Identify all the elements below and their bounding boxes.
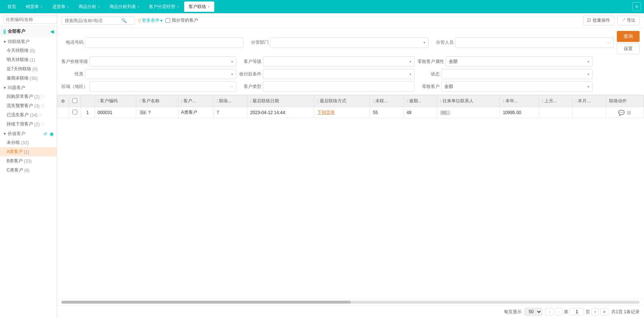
- sidebar-item-churned[interactable]: 已流失客户 (24) ⓘ: [0, 110, 57, 120]
- close-icon[interactable]: ×: [40, 5, 43, 9]
- payment-select[interactable]: ▾: [263, 69, 414, 79]
- nav-tab-customer-contact[interactable]: 客户联络 ×: [184, 1, 214, 12]
- customer-type-field: 客户类型: [239, 81, 414, 92]
- close-icon[interactable]: ×: [208, 5, 210, 9]
- phone-field: 电话号码: [61, 38, 244, 48]
- person-input[interactable]: ···: [455, 38, 614, 48]
- export-button[interactable]: ↗ 导出: [617, 15, 640, 25]
- my-customers-checkbox[interactable]: [165, 18, 170, 23]
- th-name[interactable]: : 客户名称: [136, 95, 178, 107]
- first-page-button[interactable]: «: [545, 308, 554, 315]
- nav-tab-purchase[interactable]: 进货单 ×: [48, 1, 74, 12]
- query-button[interactable]: 查询: [617, 31, 640, 42]
- sidebar-item-churn-warning[interactable]: 流失预警客户 (3) ⓘ: [0, 101, 57, 110]
- nav-tab-product-list[interactable]: 商品分析列表 ×: [105, 1, 144, 12]
- th-code[interactable]: : 客户编码: [94, 95, 136, 107]
- page-number-input[interactable]: [569, 308, 584, 315]
- dept-select[interactable]: ▾: [270, 38, 429, 48]
- td-overdue: 48: [403, 107, 437, 118]
- row-checkbox[interactable]: [72, 110, 77, 114]
- td-no-contact: 55: [370, 107, 403, 118]
- sidebar-item-tomorrow-contact[interactable]: 明天待联络 (1): [0, 55, 57, 64]
- sparse-attr-select[interactable]: 全部 ▾: [446, 56, 593, 67]
- last-method-link[interactable]: 下销货单: [317, 110, 335, 115]
- sidebar-item-class-a[interactable]: A类客户 (1): [0, 147, 57, 156]
- close-all-button[interactable]: ×: [632, 2, 641, 11]
- customer-type-input[interactable]: [263, 81, 414, 92]
- chevron-down-icon: ▾: [409, 72, 411, 76]
- th-overdue[interactable]: : 逾期...: [403, 95, 437, 107]
- settings-icon[interactable]: ▣: [50, 131, 54, 137]
- nav-tab-sales[interactable]: 销货单 ×: [21, 1, 47, 12]
- td-index: 1: [81, 107, 95, 118]
- advanced-filter: 电话号码 分管部门 ▾ 分管人员 ··· 查询 设置: [57, 28, 644, 95]
- th-type[interactable]: : 客户...: [178, 95, 214, 107]
- td-checkbox[interactable]: [69, 107, 81, 118]
- total-info: 共1页 1条记录: [611, 309, 640, 315]
- horizontal-scrollbar[interactable]: [57, 299, 644, 305]
- settings-button[interactable]: 设置: [617, 43, 640, 54]
- close-icon[interactable]: ×: [177, 5, 179, 9]
- sidebar-item-no-group[interactable]: 未分组 (32): [0, 138, 57, 147]
- td-last-date: 2023-04-12 14:44:: [247, 107, 314, 118]
- th-no-contact[interactable]: : 未联...: [370, 95, 403, 107]
- sidebar-item-overdue-contact[interactable]: 逾期未联络 (30): [0, 74, 57, 83]
- region-input[interactable]: ···: [89, 81, 236, 92]
- last-page-button[interactable]: »: [600, 308, 609, 315]
- nav-tab-product-analysis[interactable]: 商品分析 ×: [74, 1, 104, 12]
- chevron-down-icon: ▾: [231, 72, 233, 76]
- th-last-month[interactable]: : 上月...: [539, 95, 572, 107]
- chat-icon[interactable]: 💬: [618, 110, 625, 116]
- sidebar-item-abnormal-repurchase[interactable]: 回购异常客户 (2) ⓘ: [0, 92, 57, 101]
- sidebar-item-today-contact[interactable]: 今天待联络 (0): [0, 46, 57, 55]
- search-input[interactable]: [65, 18, 120, 23]
- filter-row-2: 客户价格等级 ▾ 客户等级 ▾ 零散客户属性 全部 ▾: [61, 56, 640, 67]
- th-this-year[interactable]: : 本年...: [500, 95, 539, 107]
- th-contact[interactable]: : 联络...: [214, 95, 247, 107]
- th-last-method[interactable]: : 最后联络方式: [314, 95, 370, 107]
- close-icon[interactable]: ×: [137, 5, 140, 9]
- page-size-select[interactable]: 50: [525, 308, 542, 316]
- sidebar-item-declining[interactable]: 持续下滑客户 (2) ⓘ: [0, 120, 57, 129]
- price-grade-select[interactable]: ▾: [89, 56, 236, 67]
- scrollbar-thumb[interactable]: [61, 301, 351, 304]
- collapse-sidebar-button[interactable]: ◀: [50, 29, 54, 34]
- more-icon[interactable]: ···: [607, 40, 611, 45]
- sidebar-item-class-c[interactable]: C类客户 (6): [0, 166, 57, 175]
- chevron-down-icon: ▾: [423, 40, 425, 45]
- close-icon[interactable]: ×: [67, 5, 69, 9]
- th-gear[interactable]: ⚙: [57, 95, 69, 107]
- more-icon[interactable]: ···: [229, 84, 233, 89]
- refresh-icon[interactable]: ↺: [43, 131, 47, 137]
- chevron-down-icon: ▾: [587, 60, 589, 64]
- batch-button[interactable]: ☑ 批量操作: [583, 15, 614, 25]
- next-page-button[interactable]: ›: [591, 308, 599, 315]
- status-select[interactable]: ▾: [441, 69, 593, 79]
- more-conditions-button[interactable]: ▽ 更多条件 ▾: [138, 17, 162, 24]
- qr-icon[interactable]: ⊞: [627, 110, 631, 116]
- page-info: 第 页: [564, 308, 590, 315]
- sidebar-item-7days-contact[interactable]: 近7天待联络 (0): [0, 64, 57, 74]
- pagination-bar: 每页显示 50 « ‹ 第 页 › » 共1页 1条记录: [57, 305, 644, 318]
- th-unit-contact[interactable]: : 往来单位联系人: [437, 95, 500, 107]
- prev-page-button[interactable]: ‹: [555, 308, 562, 315]
- nav-tab-customer-tier[interactable]: 客户分层经营 ×: [144, 1, 183, 12]
- nav-tab-home[interactable]: 首页: [3, 1, 21, 12]
- td-last-method[interactable]: 下销货单: [314, 107, 370, 118]
- content-area: 🔍 ▽ 更多条件 ▾ 我分管的客户 ☑ 批量操作 ↗ 导出: [57, 13, 644, 318]
- sparse-customer-select[interactable]: 全部 ▾: [441, 81, 593, 92]
- my-customers-filter[interactable]: 我分管的客户: [165, 17, 198, 24]
- th-this-month[interactable]: : 本月...: [572, 95, 606, 107]
- th-checkbox[interactable]: [69, 95, 81, 107]
- select-all-checkbox[interactable]: [72, 98, 77, 103]
- customer-table: ⚙ : 客户编码 : 客户名称 : 客户... : 联络... : 最后联络日期…: [57, 95, 644, 118]
- table-row: 1 000031 Ea ? A类客户 7 2023-04-12 14:44:: [57, 107, 644, 118]
- nature-select[interactable]: ▾: [85, 69, 236, 79]
- sidebar-search-input[interactable]: [3, 15, 57, 24]
- problem-customer-group: ▼ 问题客户: [0, 83, 57, 92]
- close-icon[interactable]: ×: [98, 5, 100, 9]
- sidebar-item-class-b[interactable]: B类客户 (33): [0, 156, 57, 166]
- customer-grade-select[interactable]: ▾: [263, 56, 414, 67]
- th-last-date[interactable]: : 最后联络日期: [247, 95, 314, 107]
- phone-input[interactable]: [85, 38, 244, 48]
